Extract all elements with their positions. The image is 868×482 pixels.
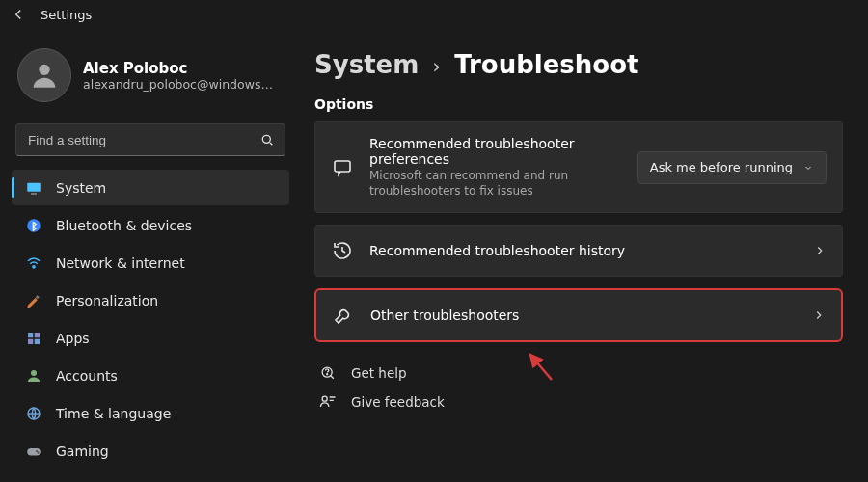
chevron-right-icon — [813, 244, 827, 257]
sidebar-item-label: Bluetooth & devices — [56, 218, 192, 233]
svg-point-0 — [39, 65, 49, 75]
dropdown-value: Ask me before running — [650, 160, 793, 174]
sidebar-item-personalization[interactable]: Personalization — [12, 282, 289, 318]
give-feedback-link[interactable]: Give feedback — [318, 392, 843, 412]
help-icon — [318, 363, 338, 383]
sidebar-item-label: System — [56, 180, 106, 196]
sidebar-item-gaming[interactable]: Gaming — [12, 433, 289, 469]
wifi-icon — [25, 254, 42, 272]
sidebar-item-label: Personalization — [56, 293, 158, 308]
sidebar-item-label: Time & language — [56, 406, 171, 421]
svg-point-11 — [31, 370, 37, 376]
card-troubleshooter-history[interactable]: Recommended troubleshooter history — [314, 225, 843, 277]
accounts-icon — [25, 367, 42, 385]
sidebar-item-apps[interactable]: Apps — [12, 320, 289, 356]
chevron-down-icon — [802, 162, 814, 174]
svg-point-1 — [262, 135, 270, 143]
card-title: Recommended troubleshooter preferences — [369, 136, 622, 167]
svg-point-5 — [33, 265, 35, 267]
sidebar-item-label: Accounts — [56, 368, 118, 384]
user-name: Alex Poloboc — [83, 60, 276, 77]
card-troubleshooter-preferences[interactable]: Recommended troubleshooter preferences M… — [314, 121, 843, 213]
chat-icon — [331, 156, 354, 179]
wrench-icon — [332, 304, 355, 327]
sidebar-item-time-language[interactable]: Time & language — [12, 395, 289, 431]
card-other-troubleshooters[interactable]: Other troubleshooters — [314, 288, 843, 342]
svg-rect-8 — [35, 333, 40, 337]
footer-label: Get help — [351, 365, 407, 381]
svg-rect-9 — [28, 338, 33, 343]
chevron-right-icon — [812, 308, 826, 322]
search-box[interactable] — [15, 123, 285, 156]
svg-point-18 — [327, 374, 328, 375]
sidebar-item-label: Network & internet — [56, 255, 185, 271]
system-icon — [25, 179, 42, 197]
svg-rect-2 — [27, 182, 41, 191]
svg-rect-3 — [31, 193, 37, 195]
preferences-dropdown[interactable]: Ask me before running — [637, 151, 827, 184]
breadcrumb-parent[interactable]: System — [314, 50, 419, 79]
svg-rect-16 — [335, 161, 350, 172]
get-help-link[interactable]: Get help — [318, 363, 843, 383]
history-icon — [331, 239, 354, 262]
sidebar-item-label: Apps — [56, 331, 90, 346]
card-title: Other troubleshooters — [370, 308, 797, 323]
svg-point-15 — [38, 451, 40, 453]
back-button[interactable] — [10, 6, 27, 23]
search-input[interactable] — [28, 133, 259, 147]
breadcrumb-current: Troubleshoot — [454, 50, 638, 79]
sidebar-item-network[interactable]: Network & internet — [12, 245, 289, 281]
svg-rect-6 — [36, 295, 40, 299]
svg-point-19 — [322, 396, 327, 401]
section-label: Options — [314, 96, 843, 112]
sidebar-item-label: Gaming — [56, 443, 109, 459]
svg-point-14 — [36, 450, 38, 452]
globe-icon — [25, 405, 42, 422]
card-title: Recommended troubleshooter history — [369, 243, 798, 258]
bluetooth-icon — [25, 217, 42, 234]
search-icon — [259, 132, 275, 147]
breadcrumb-separator: › — [432, 54, 441, 78]
breadcrumb: System › Troubleshoot — [314, 50, 843, 79]
svg-rect-10 — [35, 338, 40, 343]
footer-label: Give feedback — [351, 394, 445, 410]
user-block[interactable]: Alex Poloboc alexandru_poloboc@windowsre… — [8, 39, 293, 118]
window-title: Settings — [41, 8, 92, 22]
brush-icon — [25, 292, 42, 309]
sidebar-item-bluetooth[interactable]: Bluetooth & devices — [12, 207, 289, 243]
sidebar-item-system[interactable]: System — [12, 170, 289, 205]
sidebar-item-accounts[interactable]: Accounts — [12, 358, 289, 393]
avatar — [17, 48, 71, 102]
feedback-icon — [318, 392, 338, 412]
svg-rect-7 — [28, 333, 33, 337]
apps-icon — [25, 330, 42, 347]
gaming-icon — [25, 442, 42, 460]
card-subtitle: Microsoft can recommend and run troubles… — [369, 169, 620, 199]
user-email: alexandru_poloboc@windowsreport... — [83, 77, 276, 92]
